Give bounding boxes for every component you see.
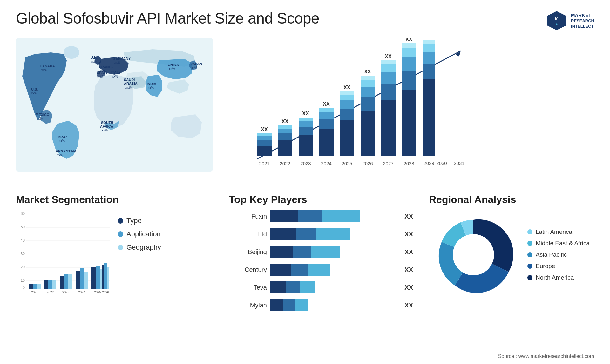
legend-europe: Europe	[527, 263, 590, 270]
svg-marker-0	[547, 11, 566, 30]
svg-text:INDIA: INDIA	[147, 82, 156, 86]
svg-text:AFRICA: AFRICA	[100, 125, 113, 128]
svg-rect-72	[381, 84, 396, 100]
segmentation-chart: 60 50 40 30 20 10 0	[16, 210, 111, 293]
svg-rect-133	[102, 265, 104, 289]
svg-text:2028: 2028	[403, 161, 414, 166]
svg-text:GERMANY: GERMANY	[113, 57, 131, 60]
svg-rect-54	[319, 129, 334, 156]
svg-text:M: M	[555, 16, 559, 21]
svg-point-4	[64, 46, 79, 59]
players-title: Top Key Players	[229, 194, 416, 206]
north-america-label: North America	[536, 274, 574, 281]
svg-rect-62	[340, 95, 354, 100]
svg-text:2029: 2029	[424, 160, 434, 166]
svg-rect-45	[278, 133, 292, 140]
svg-text:2026: 2026	[362, 161, 373, 166]
bar-seg3	[322, 210, 360, 222]
legend-application: Application	[118, 230, 161, 238]
world-map: CANADA xx% U.S. xx% MEXICO xx% BRAZIL xx…	[16, 38, 213, 172]
svg-text:XX: XX	[343, 85, 350, 90]
svg-rect-68	[361, 80, 375, 87]
europe-dot	[527, 264, 532, 269]
svg-text:U.K.: U.K.	[91, 56, 98, 59]
north-america-dot	[527, 275, 532, 280]
regional-legend: Latin America Middle East & Africa Asia …	[527, 228, 590, 281]
svg-text:2023: 2023	[300, 161, 311, 166]
svg-rect-114	[33, 284, 37, 289]
player-value-fuxin: XX	[404, 213, 413, 220]
svg-text:2025: 2025	[94, 291, 101, 293]
svg-rect-115	[37, 284, 41, 289]
middle-east-dot	[527, 241, 532, 246]
player-bar-mylan	[270, 299, 399, 311]
svg-rect-123	[68, 274, 72, 289]
player-name-ltd: Ltd	[232, 231, 267, 238]
svg-text:2022: 2022	[47, 291, 54, 293]
type-label: Type	[126, 217, 142, 225]
svg-rect-40	[257, 140, 272, 146]
svg-text:XX: XX	[323, 101, 330, 107]
type-dot	[118, 218, 123, 224]
player-name-beijing: Beijing	[232, 248, 267, 256]
player-value-beijing: XX	[404, 248, 413, 256]
svg-rect-134	[104, 263, 107, 289]
svg-text:xx%: xx%	[148, 86, 154, 90]
player-name-teva: Teva	[232, 284, 267, 291]
svg-text:2030: 2030	[436, 160, 447, 166]
source-text: Source : www.marketresearchintellect.com	[498, 354, 594, 359]
svg-text:▲: ▲	[555, 22, 558, 25]
svg-text:2021: 2021	[259, 161, 269, 166]
bar-chart-svg: XX XX XX XX	[232, 38, 470, 172]
svg-text:2026: 2026	[102, 291, 109, 293]
player-beijing: Beijing XX	[232, 246, 413, 258]
svg-text:2024: 2024	[78, 291, 85, 293]
legend-type: Type	[118, 217, 161, 225]
player-name-century: Century	[232, 266, 267, 273]
svg-rect-50	[299, 127, 313, 135]
svg-rect-78	[402, 71, 416, 90]
player-value-teva: XX	[404, 284, 413, 291]
svg-rect-130	[96, 266, 100, 289]
svg-text:xx%: xx%	[169, 67, 175, 71]
svg-rect-94	[423, 44, 435, 52]
svg-rect-66	[361, 97, 375, 111]
svg-rect-65	[361, 111, 375, 156]
regional-title: Regional Analysis	[429, 194, 594, 206]
svg-text:2027: 2027	[383, 161, 393, 166]
player-name-fuxin: Fuxin	[232, 213, 267, 220]
player-value-ltd: XX	[404, 231, 413, 238]
svg-text:xx%: xx%	[41, 68, 47, 72]
segmentation-title: Market Segmentation	[16, 194, 216, 206]
svg-text:SPAIN: SPAIN	[97, 71, 107, 75]
player-name-mylan: Mylan	[232, 302, 267, 309]
svg-rect-46	[278, 129, 292, 133]
legend-asia-pacific: Asia Pacific	[527, 251, 590, 258]
svg-rect-125	[76, 271, 80, 289]
svg-text:FRANCE: FRANCE	[99, 65, 114, 69]
svg-text:XX: XX	[261, 127, 268, 132]
player-bar-teva	[270, 281, 399, 293]
svg-text:2025: 2025	[342, 161, 352, 166]
svg-rect-63	[340, 91, 354, 95]
svg-rect-56	[319, 112, 334, 119]
players-list: Fuxin XX Ltd	[229, 210, 416, 311]
svg-rect-74	[381, 64, 396, 72]
bar-seg2	[298, 210, 322, 222]
asia-pacific-label: Asia Pacific	[536, 251, 567, 258]
svg-point-137	[453, 234, 494, 275]
svg-rect-44	[278, 140, 292, 156]
svg-rect-93	[423, 52, 435, 64]
player-value-century: XX	[404, 266, 413, 273]
svg-text:XX: XX	[405, 38, 412, 42]
market-segmentation-section: Market Segmentation 60 50 40 30 20 10 0	[16, 194, 216, 317]
svg-rect-51	[299, 121, 313, 127]
asia-pacific-dot	[527, 252, 532, 257]
latin-america-dot	[527, 229, 532, 234]
bar-chart: XX XX XX XX	[232, 38, 594, 172]
svg-text:10: 10	[21, 278, 25, 283]
svg-text:2031: 2031	[454, 160, 464, 166]
svg-rect-118	[48, 280, 52, 289]
svg-rect-95	[423, 40, 435, 44]
svg-rect-57	[319, 108, 334, 112]
